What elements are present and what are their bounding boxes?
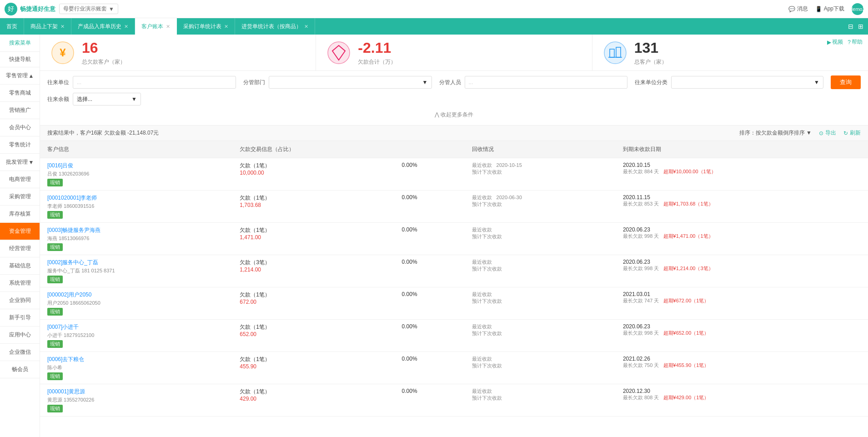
customer-id-link[interactable]: [0002]服务中心_丁磊: [47, 259, 225, 266]
overdue-amount[interactable]: 超期¥1,214.00（3笔）: [663, 266, 713, 271]
dept-filter-select[interactable]: ▼: [269, 76, 432, 89]
customer-filter-input[interactable]: ...: [73, 76, 236, 89]
industry-selector[interactable]: 母婴行业演示账套 ▼: [59, 4, 118, 14]
sidebar-item-retail-stats[interactable]: 零售统计: [0, 136, 40, 154]
overdue-amount[interactable]: 超期¥429.00（1笔）: [663, 395, 709, 400]
tab-purchase-stats[interactable]: 采购订单统计表 ✕: [177, 18, 235, 35]
overdue-days: 最长欠款 998 天 超期¥1,471.00（1笔）: [623, 233, 861, 240]
debt-amount[interactable]: 429.00: [240, 396, 387, 402]
customer-info-cell: [0006]去下粮仓 陈小希 现销: [40, 352, 232, 384]
col-header-due-date: 到期未收款日期: [616, 141, 868, 158]
sidebar-item-system[interactable]: 系统管理: [0, 275, 40, 292]
customer-id-link[interactable]: [0001020001]李老师: [47, 194, 225, 202]
sidebar-item-marketing[interactable]: 营销推广: [0, 102, 40, 119]
tab-minimize-btn[interactable]: ⊟: [846, 22, 855, 31]
tab-goods[interactable]: 商品上下架 ✕: [24, 18, 71, 35]
customer-id-link[interactable]: [000002]用户2050: [47, 291, 225, 299]
close-icon[interactable]: ✕: [124, 24, 128, 30]
sidebar-quick-nav[interactable]: 快捷导航: [0, 52, 40, 67]
customer-info-cell: [0003]畅捷服务尹海燕 海燕 18513066976 现销: [40, 223, 232, 255]
category-filter-select[interactable]: ▼: [671, 76, 823, 89]
overdue-amount[interactable]: 超期¥672.00（1笔）: [663, 298, 709, 303]
customer-id-link[interactable]: [0007]小进千: [47, 323, 225, 331]
tab-maximize-btn[interactable]: ⊞: [856, 22, 865, 31]
collection-cell: 最近收款 预计下次收款: [465, 223, 616, 255]
message-btn[interactable]: 💬 消息: [788, 5, 808, 13]
filter-dept: 分管部门 ▼: [243, 76, 432, 89]
debt-amount[interactable]: 10,000.00: [240, 170, 387, 176]
results-actions: 排序：按欠款金额倒序排序 ▼ ⊙ 导出 ↻ 刷新: [739, 129, 861, 137]
sidebar-item-wholesale-mgmt[interactable]: 批发管理 ▼: [0, 154, 40, 171]
sidebar-item-finance[interactable]: 资金管理: [0, 223, 40, 240]
customer-tag: 现销: [47, 179, 63, 186]
customer-tag: 现销: [47, 243, 63, 251]
debt-pct: 0.00%: [402, 226, 417, 233]
view-video-btn[interactable]: ▶ 视频: [827, 38, 843, 46]
overdue-amount[interactable]: 超期¥455.90（1笔）: [663, 362, 709, 368]
sidebar-item-members[interactable]: 畅会员: [0, 361, 40, 378]
tab-product-history[interactable]: 产成品入库单历史 ✕: [71, 18, 135, 35]
balance-filter-select[interactable]: 选择... ▼: [73, 93, 141, 105]
sidebar-item-ecommerce[interactable]: 电商管理: [0, 171, 40, 188]
recent-collect-label: 最近收款: [472, 323, 608, 330]
help-btn[interactable]: ? 帮助: [848, 38, 863, 46]
debt-pct-cell: 0.00%: [395, 158, 465, 191]
sidebar-item-retail-mgmt[interactable]: 零售管理 ▲: [0, 67, 40, 85]
overdue-amount[interactable]: 超期¥652.00（1笔）: [663, 330, 709, 336]
debt-info-cell: 欠款（1笔） 652.00: [232, 320, 394, 352]
sidebar-item-operations[interactable]: 经营管理: [0, 240, 40, 257]
top-bar-left: 好 畅捷通好生意 母婴行业演示账套 ▼: [5, 3, 118, 15]
sidebar-item-inventory[interactable]: 库存核算: [0, 206, 40, 223]
search-button[interactable]: 查询: [831, 75, 861, 89]
sidebar-item-member[interactable]: 会员中心: [0, 119, 40, 136]
customer-tag: 现销: [47, 308, 63, 316]
user-menu[interactable]: demo2: [852, 3, 863, 15]
category-filter-label: 往来单位分类: [635, 79, 667, 86]
close-icon[interactable]: ✕: [60, 24, 65, 30]
sidebar-item-purchase[interactable]: 采购管理: [0, 188, 40, 206]
debt-pct-cell: 0.00%: [395, 352, 465, 384]
tab-purchase-product-stats[interactable]: 进货单统计表（按商品） ✕: [235, 18, 315, 35]
overdue-days: 最长欠款 998 天 超期¥652.00（1笔）: [623, 330, 861, 337]
overdue-amount[interactable]: 超期¥1,471.00（1笔）: [663, 233, 713, 239]
customer-id-link[interactable]: [0003]畅捷服务尹海燕: [47, 226, 225, 234]
collection-cell: 最近收款 预计下次收款: [465, 287, 616, 320]
person-filter-input[interactable]: ...: [465, 76, 628, 89]
overdue-days: 最长欠款 750 天 超期¥455.90（1笔）: [623, 362, 861, 369]
debt-amount[interactable]: 1,214.00: [240, 266, 387, 273]
customer-id-link[interactable]: [000001]黄思源: [47, 388, 225, 396]
sidebar-item-app-center[interactable]: 应用中心: [0, 326, 40, 344]
debt-amount[interactable]: 455.90: [240, 363, 387, 370]
stat-card-debt-customers: ¥ 16 总欠款客户（家）: [40, 35, 316, 70]
customer-id-link[interactable]: [0016]吕俊: [47, 162, 225, 170]
tab-home[interactable]: 首页: [0, 18, 24, 35]
due-date-cell: 2020.10.15 最长欠款 884 天 超期¥10,000.00（1笔）: [616, 158, 868, 191]
tab-customer-account[interactable]: 客户账本 ✕: [135, 18, 177, 35]
sidebar-item-retail-shop[interactable]: 零售商城: [0, 85, 40, 102]
sidebar-item-weixin[interactable]: 企业微信: [0, 344, 40, 361]
close-icon[interactable]: ✕: [224, 24, 228, 30]
debt-amount[interactable]: 672.00: [240, 299, 387, 305]
stat-actions: ▶ 视频 ? 帮助: [827, 38, 863, 46]
sidebar-item-basic-info[interactable]: 基础信息: [0, 257, 40, 275]
debt-amount[interactable]: 652.00: [240, 331, 387, 337]
debt-amount[interactable]: 1,703.68: [240, 202, 387, 208]
sidebar-item-newbie[interactable]: 新手引导: [0, 309, 40, 326]
close-icon[interactable]: ✕: [166, 24, 170, 30]
debt-amount[interactable]: 1,471.00: [240, 234, 387, 241]
sidebar-search-menu[interactable]: 搜索菜单: [0, 35, 40, 52]
sidebar-item-collab[interactable]: 企业协同: [0, 292, 40, 309]
overdue-amount[interactable]: 超期¥1,703.68（1笔）: [663, 201, 713, 206]
app-download-btn[interactable]: 📱 App下载: [815, 5, 844, 13]
refresh-btn[interactable]: ↻ 刷新: [843, 129, 861, 137]
collapse-filters-btn[interactable]: ⋀ 收起更多条件: [47, 109, 861, 121]
due-date: 2020.10.15: [623, 162, 861, 168]
export-btn[interactable]: ⊙ 导出: [819, 129, 836, 137]
recent-collect-label: 最近收款 2020-10-15: [472, 162, 608, 169]
collection-cell: 最近收款 2020-06-30 预计下次收款: [465, 191, 616, 223]
close-icon[interactable]: ✕: [304, 24, 308, 30]
customer-contact: 服务中心_丁磊 181 0125 8371: [47, 267, 225, 274]
overdue-amount[interactable]: 超期¥10,000.00（1笔）: [663, 169, 716, 174]
customer-id-link[interactable]: [0006]去下粮仓: [47, 356, 225, 363]
table-row: [0001020001]李老师 李老师 18600391516 现销 欠款（1笔…: [40, 191, 868, 223]
